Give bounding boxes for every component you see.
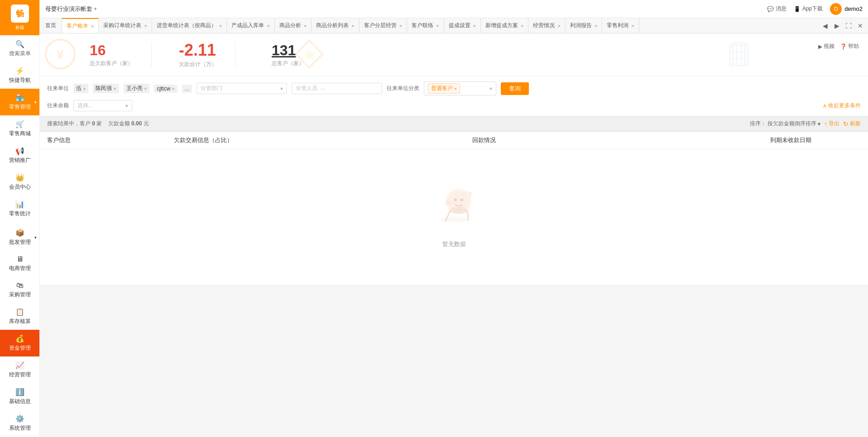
logo-subtitle: 标版 xyxy=(15,24,24,31)
tab-business-status[interactable]: 经营情况 × xyxy=(528,18,565,33)
tab-retail-profit-close[interactable]: × xyxy=(631,23,634,28)
sidebar-item-retail-stats[interactable]: 📊 零售统计 xyxy=(0,195,39,222)
help-btn[interactable]: ❓ 帮助 xyxy=(840,43,859,50)
sidebar-label-search: 搜索菜单 xyxy=(9,50,31,57)
filter-tag-wang-close[interactable]: × xyxy=(144,86,147,91)
sidebar-item-finance[interactable]: 💰 资金管理 xyxy=(0,330,39,356)
empty-icon xyxy=(432,185,477,235)
app-download-label: App下载 xyxy=(802,5,823,13)
tab-goods-analysis-list-close[interactable]: × xyxy=(351,23,354,28)
person-filter-dots[interactable]: ··· xyxy=(320,85,326,92)
collapse-btn[interactable]: ∧ 收起更多条件 xyxy=(823,102,861,109)
person-placeholder: 分管人员 xyxy=(296,85,317,92)
tab-maximize-btn[interactable]: ⛶ xyxy=(844,21,854,31)
retail-store-icon: 🛒 xyxy=(15,120,24,128)
sidebar-item-operations[interactable]: 📈 经营管理 xyxy=(0,356,39,383)
tab-customer-tier-close[interactable]: × xyxy=(399,23,402,28)
sidebar-item-search[interactable]: 🔍 搜索菜单 xyxy=(0,35,39,62)
tab-home-label: 首页 xyxy=(45,22,56,29)
filter-tag-cjttcw-close[interactable]: × xyxy=(172,86,174,91)
tab-goods-analysis[interactable]: 商品分析 × xyxy=(275,18,312,33)
tab-customer-tier-label: 客户分层经营 xyxy=(364,22,397,29)
tab-goods-analysis-list[interactable]: 商品分析列表 × xyxy=(312,18,359,33)
sidebar-item-basic-info[interactable]: ℹ️ 基础信息 xyxy=(0,383,39,410)
tab-commission-settings[interactable]: 提成设置 × xyxy=(444,18,481,33)
tab-commission-settings-close[interactable]: × xyxy=(473,23,476,28)
category-arrow: ▾ xyxy=(489,86,492,92)
sort-value: 按欠款金额倒序排序 xyxy=(767,120,816,128)
marketing-icon: 📢 xyxy=(15,147,24,155)
sort-label: 排序： xyxy=(750,120,766,128)
refresh-btn[interactable]: ↻ 刷新 xyxy=(843,120,861,128)
tab-profit-report[interactable]: 利润报告 × xyxy=(566,18,602,33)
tab-goods-analysis-label: 商品分析 xyxy=(279,22,301,29)
tab-close-all-btn[interactable]: ✕ xyxy=(855,21,865,31)
filter-tag-cjttcw: cjttcw × xyxy=(154,85,177,93)
app-download-icon: 📱 xyxy=(794,6,801,12)
search-icon: 🔍 xyxy=(15,40,24,48)
sidebar-item-retail-store[interactable]: 🛒 零售商城 xyxy=(0,115,39,142)
tab-customer-contact-close[interactable]: × xyxy=(436,23,439,28)
filter-row-2: 往来余额 选择... ▾ ∧ 收起更多条件 xyxy=(47,100,861,111)
tab-business-status-close[interactable]: × xyxy=(557,23,560,28)
filter-tag-wu-close[interactable]: × xyxy=(83,86,86,91)
sidebar-item-purchase[interactable]: 🛍 采购管理 xyxy=(0,277,39,303)
wholesale-icon: 📦 xyxy=(15,228,24,237)
tab-next-btn[interactable]: ▶ xyxy=(832,21,842,31)
col-due-date: 到期未收款日期 xyxy=(770,136,861,144)
video-btn[interactable]: ▶ 视频 xyxy=(818,43,834,50)
tab-customer-contact-label: 客户联络 xyxy=(412,22,433,29)
sidebar-item-ecommerce[interactable]: 🖥 电商管理 xyxy=(0,251,39,277)
account-selector[interactable]: 母婴行业演示帐套 ▾ xyxy=(45,5,97,13)
category-tag-close[interactable]: × xyxy=(454,86,457,91)
col-debt-info: 欠款交易信息（占比） xyxy=(174,136,472,144)
tab-new-commission-plan-close[interactable]: × xyxy=(521,23,523,28)
sidebar-logo[interactable]: 畅 标版 xyxy=(0,0,39,35)
export-btn[interactable]: ↑ 导出 xyxy=(824,120,839,128)
topbar: 母婴行业演示帐套 ▾ 💬 消息 📱 App下载 D demo2 xyxy=(40,0,868,18)
tab-purchase-order-stats-close[interactable]: × xyxy=(144,23,147,28)
tab-goods-analysis-close[interactable]: × xyxy=(304,23,307,28)
tab-customer-contact[interactable]: 客户联络 × xyxy=(407,18,444,33)
filter-area: 往来单位 伍 × 陈民强 × 王小亮 × cjttcw × ... xyxy=(40,76,868,116)
tab-purchase-by-product-close[interactable]: × xyxy=(219,23,222,28)
message-label: 消息 xyxy=(776,5,786,13)
tab-customer-account[interactable]: 客户账本 × xyxy=(62,18,99,33)
purchase-icon: 🛍 xyxy=(16,281,24,290)
sort-arrow-icon: ▾ xyxy=(818,121,820,127)
tab-purchase-order-stats[interactable]: 采购订单统计表 × xyxy=(99,18,152,33)
col-customer-info: 客户信息 xyxy=(47,136,174,144)
sidebar-item-quick-nav[interactable]: ⚡ 快捷导航 xyxy=(0,62,39,89)
sidebar-item-member[interactable]: 👑 会员中心 xyxy=(0,169,39,195)
balance-filter[interactable]: 选择... ▾ xyxy=(73,100,132,111)
tab-customer-tier[interactable]: 客户分层经营 × xyxy=(360,18,407,33)
sidebar-item-inventory[interactable]: 📋 库存核算 xyxy=(0,303,39,330)
sidebar-label-member: 会员中心 xyxy=(9,183,31,191)
tab-customer-account-close[interactable]: × xyxy=(91,24,94,29)
category-filter[interactable]: 普通客户 × ▾ xyxy=(424,81,496,95)
collapse-label: 收起更多条件 xyxy=(828,102,861,109)
query-button[interactable]: 查询 xyxy=(501,82,529,95)
tab-retail-profit-label: 零售利润 xyxy=(607,22,628,29)
tab-profit-report-close[interactable]: × xyxy=(595,23,597,28)
sidebar-item-system[interactable]: ⚙️ 系统管理 xyxy=(0,410,39,437)
person-filter[interactable]: 分管人员 ··· xyxy=(292,83,382,94)
sidebar-item-wholesale[interactable]: 📦 批发管理 xyxy=(0,224,39,251)
sidebar-item-marketing[interactable]: 📢 营销推广 xyxy=(0,142,39,169)
dept-filter[interactable]: 分管部门 ▾ xyxy=(197,83,287,94)
filter-tag-chen-close[interactable]: × xyxy=(113,86,116,91)
tab-home[interactable]: 首页 xyxy=(40,18,62,33)
tab-retail-profit[interactable]: 零售利润 × xyxy=(602,18,639,33)
tab-new-commission-plan[interactable]: 新增提成方案 × xyxy=(481,18,528,33)
sort-selector[interactable]: 排序： 按欠款金额倒序排序 ▾ xyxy=(750,120,820,128)
tab-purchase-by-product[interactable]: 进货单统计表（按商品） × xyxy=(152,18,227,33)
svg-point-15 xyxy=(460,199,463,201)
filter-more-btn[interactable]: ... xyxy=(182,85,192,93)
message-btn[interactable]: 💬 消息 xyxy=(767,5,786,13)
tab-prev-btn[interactable]: ◀ xyxy=(820,21,830,31)
tab-product-inbound-close[interactable]: × xyxy=(267,23,269,28)
sidebar-item-retail-mgmt[interactable]: 🏪 零售管理 ▾ xyxy=(0,89,39,115)
tab-product-inbound[interactable]: 产成品入库单 × xyxy=(227,18,274,33)
user-menu[interactable]: D demo2 xyxy=(830,3,863,15)
app-download-btn[interactable]: 📱 App下载 xyxy=(794,5,823,13)
